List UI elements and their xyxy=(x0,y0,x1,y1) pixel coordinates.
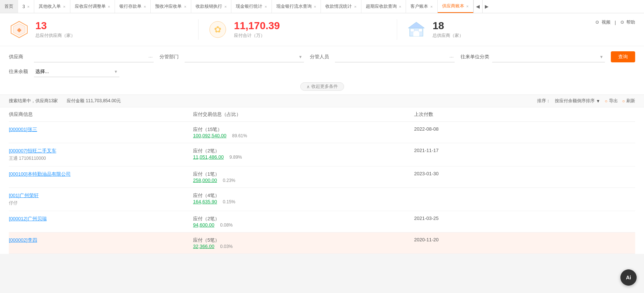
balance-select[interactable]: 选择... xyxy=(34,66,119,77)
dept-filter-label: 分管部门 xyxy=(160,54,182,60)
row4-supplier-sub: 仔仔 xyxy=(9,200,193,206)
nav-tab-other-income[interactable]: 其他收入单 × xyxy=(34,0,70,13)
row2-txn-percent: 9.89% xyxy=(230,155,242,160)
nav-tab-cash-bank-flow-label: 现金银行流水查询 xyxy=(276,3,312,10)
nav-tab-overdue-ap-close[interactable]: × xyxy=(399,4,401,9)
col-header-extra xyxy=(525,111,635,118)
filter-row-2: 往来余额 选择... ▼ xyxy=(9,66,119,77)
nav-tab-cash-bank-stat-close[interactable]: × xyxy=(265,4,267,9)
row3-txn-percent: 0.23% xyxy=(223,178,235,183)
nav-tab-collection-stat-close[interactable]: × xyxy=(354,4,356,9)
row1-txn-amount[interactable]: 100,092,540.00 xyxy=(193,133,226,138)
row3-supplier-link[interactable]: [000100]本特勤油品有限公司 xyxy=(9,171,71,177)
supplier-dots-icon[interactable]: ··· xyxy=(148,54,153,60)
nav-tab-ap-adjustment-label: 应收应付调整单 xyxy=(75,3,106,10)
nav-tab-bank-deposit-close[interactable]: × xyxy=(144,4,146,9)
table-row: [000001]张三 应付（15笔） 100,092,540.00 89.61%… xyxy=(9,122,635,143)
dept-select-wrapper: ▼ xyxy=(185,51,304,62)
nav-tab-home[interactable]: 首页 xyxy=(0,0,18,13)
person-dots-icon[interactable]: ··· xyxy=(449,54,454,60)
nav-tab-advance-collection[interactable]: 预收冲应收单 × xyxy=(151,0,191,13)
search-button[interactable]: 查询 xyxy=(611,51,635,62)
filter-balance: 往来余额 选择... ▼ xyxy=(9,66,119,77)
row6-txn-amount[interactable]: 32,366.00 xyxy=(193,244,214,249)
table-row: [000100]本特勤油品有限公司 应付（1笔） 258,000.00 0.23… xyxy=(9,166,635,188)
row6-txn-label: 应付（5笔） xyxy=(193,237,414,244)
refresh-button[interactable]: ○ 刷新 xyxy=(622,98,635,104)
sort-controls: 排序： 按应付余额倒序排序 ▼ ○ 导出 ○ 刷新 xyxy=(537,98,635,104)
payable-number: 11,170.39 xyxy=(234,21,280,31)
filter-person: 分管人员 ··· xyxy=(310,51,455,62)
nav-tab-customer-account-label: 客户账本 xyxy=(410,3,428,10)
export-button[interactable]: ○ 导出 xyxy=(605,98,618,104)
row2-txn-amount[interactable]: 11,051,486.00 xyxy=(193,154,224,160)
row5-transaction: 应付（2笔） 94,600.00 0.08% xyxy=(193,216,414,228)
total-suppliers-number: 18 xyxy=(433,21,463,31)
nav-tab-collection-verify-close[interactable]: × xyxy=(224,4,227,9)
nav-tab-supplier-account[interactable]: 供应商账本 × xyxy=(438,0,473,13)
nav-tab-collection-stat[interactable]: 收款情况统计 × xyxy=(321,0,361,13)
summary-card-total-suppliers: 18 总供应商（家） xyxy=(406,19,595,40)
nav-tab-collection-verify-label: 收款核销执行 xyxy=(196,3,222,10)
row2-lastpay-date: 2021-11-17 xyxy=(414,148,439,153)
nav-tab-cash-bank-stat-label: 现金银行统计 xyxy=(236,3,262,10)
col-header-supplier: 供应商信息 xyxy=(9,111,193,118)
sort-button[interactable]: 按应付余额倒序排序 ▼ xyxy=(555,98,601,104)
filter-category: 往来单位分类 ▼ xyxy=(461,51,605,62)
category-select[interactable] xyxy=(492,51,605,62)
nav-tab-cash-bank-flow-close[interactable]: × xyxy=(314,4,316,9)
nav-tab-ap-adjustment[interactable]: 应收应付调整单 × xyxy=(70,0,115,13)
row5-txn-amount[interactable]: 94,600.00 xyxy=(193,222,214,228)
nav-tab-collection-verify[interactable]: 收款核销执行 × xyxy=(191,0,231,13)
person-filter-label: 分管人员 xyxy=(310,54,332,60)
dept-select[interactable] xyxy=(185,51,304,62)
person-input[interactable] xyxy=(335,51,455,62)
nav-left-arrow[interactable]: ◀ xyxy=(473,0,482,13)
nav-tab-customer-account[interactable]: 客户账本 × xyxy=(406,0,437,13)
row1-supplier-link[interactable]: [000001]张三 xyxy=(9,127,37,132)
nav-tab-ap-adjustment-close[interactable]: × xyxy=(108,4,110,9)
help-link[interactable]: ⊙ 帮助 xyxy=(620,19,635,25)
row3-txn-amount[interactable]: 258,000.00 xyxy=(193,177,217,183)
row6-lastpay-date: 2020-11-20 xyxy=(414,237,439,242)
row3-lastpay: 2023-01-30 xyxy=(414,171,525,176)
row1-transaction: 应付（15笔） 100,092,540.00 89.61% xyxy=(193,126,414,138)
nav-tab-overdue-ap-label: 超期应收款查询 xyxy=(366,3,397,10)
row4-txn-amount[interactable]: 164,635.90 xyxy=(193,199,217,204)
supplier-input[interactable] xyxy=(34,51,154,62)
row1-supplier: [000001]张三 xyxy=(9,126,193,133)
nav-tab-cash-bank-stat[interactable]: 现金银行统计 × xyxy=(231,0,272,13)
row1-lastpay: 2022-08-08 xyxy=(414,126,525,132)
nav-tab-customer-account-close[interactable]: × xyxy=(430,4,433,9)
nav-tab-advance-collection-close[interactable]: × xyxy=(184,4,186,9)
nav-tab-3-close[interactable]: × xyxy=(27,4,29,9)
row4-supplier-link[interactable]: [001]广州荣轩 xyxy=(9,193,39,198)
result-text1: 搜索结果中，供应商13家 xyxy=(9,98,58,104)
nav-tab-supplier-account-label: 供应商账本 xyxy=(442,3,464,9)
nav-tab-home-label: 首页 xyxy=(4,3,13,10)
nav-right-arrow[interactable]: ▶ xyxy=(482,0,491,13)
row6-supplier-link[interactable]: [000002]李四 xyxy=(9,237,37,243)
filter-dept: 分管部门 ▼ xyxy=(160,51,304,62)
nav-tab-other-income-close[interactable]: × xyxy=(63,4,65,9)
nav-tab-3-label: 3 xyxy=(22,4,25,9)
table-row: [000002]李四 应付（5笔） 32,366.00 0.03% 2020-1… xyxy=(9,232,635,254)
video-circle-icon: ⊙ xyxy=(595,20,599,25)
table-row: [000012]广州贝瑞 应付（2笔） 94,600.00 0.08% 2021… xyxy=(9,211,635,232)
collapse-button[interactable]: ∧ 收起更多条件 xyxy=(300,82,344,91)
row5-supplier-link[interactable]: [000012]广州贝瑞 xyxy=(9,216,47,221)
row5-txn-percent: 0.08% xyxy=(220,223,232,228)
nav-tab-bank-deposit[interactable]: 银行存款单 × xyxy=(115,0,151,13)
nav-tab-3[interactable]: 3 × xyxy=(18,0,34,13)
row3-txn-label: 应付（1笔） xyxy=(193,171,414,177)
row2-supplier-link[interactable]: [000007]恒旺二手叉车 xyxy=(9,148,56,154)
row3-lastpay-date: 2023-01-30 xyxy=(414,171,439,176)
nav-tab-supplier-account-close[interactable]: × xyxy=(466,4,469,8)
nav-tab-cash-bank-flow[interactable]: 现金银行流水查询 × xyxy=(272,0,321,13)
row6-supplier: [000002]李四 xyxy=(9,237,193,244)
person-input-wrapper: ··· xyxy=(335,51,455,62)
table-header: 供应商信息 应付交易信息（占比） 上次付数 xyxy=(9,107,635,122)
suppliers-number: 13 xyxy=(35,21,75,31)
video-link[interactable]: ⊙ 视频 xyxy=(595,19,610,25)
nav-tab-overdue-ap[interactable]: 超期应收款查询 × xyxy=(361,0,406,13)
